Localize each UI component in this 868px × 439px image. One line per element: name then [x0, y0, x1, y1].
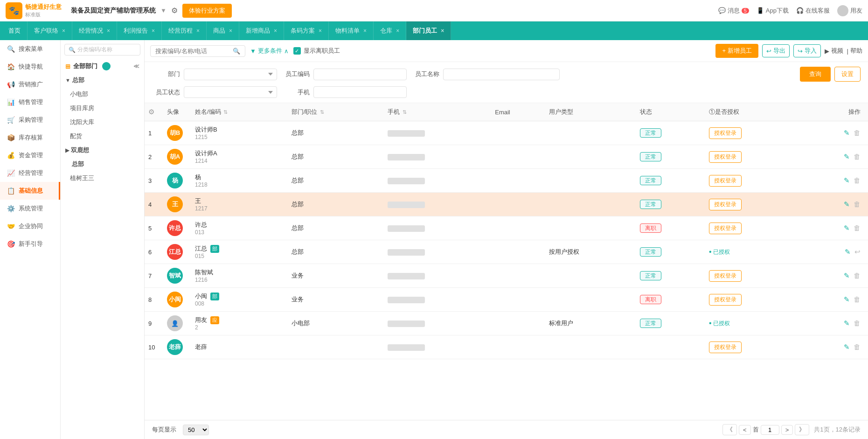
auth-button[interactable]: 授权登录	[709, 127, 742, 139]
edit-button[interactable]: ✎	[844, 319, 850, 327]
delete-button[interactable]: 🗑	[854, 200, 861, 208]
delete-button[interactable]: 🗑	[854, 224, 861, 232]
close-tab-biz-history[interactable]: ×	[196, 28, 200, 34]
edit-button[interactable]: ✎	[844, 272, 850, 279]
delete-button[interactable]: 🗑	[854, 295, 861, 303]
first-page-btn[interactable]: 《	[722, 424, 737, 435]
per-page-select[interactable]: 50 20 100	[183, 425, 209, 435]
close-tab-employees[interactable]: ×	[441, 28, 444, 34]
tab-profit[interactable]: 利润报告 ×	[117, 21, 162, 40]
delete-button[interactable]: 🗑	[854, 176, 861, 184]
sidebar-item-search[interactable]: 🔍 搜索菜单	[0, 40, 60, 58]
tab-barcode[interactable]: 条码方案 ×	[284, 21, 329, 40]
tab-biz-history[interactable]: 经营历程 ×	[162, 21, 207, 40]
close-tab-goods[interactable]: ×	[229, 28, 232, 34]
settings-button[interactable]: 设置	[834, 67, 861, 82]
col-phone[interactable]: 手机 ⇅	[384, 103, 491, 121]
tab-customer[interactable]: 客户联络 ×	[28, 21, 72, 40]
auth-button[interactable]: 授权登录	[709, 175, 742, 187]
sidebar-item-marketing[interactable]: 📢 营销推广	[0, 76, 60, 93]
sidebar-item-purchase[interactable]: 🛒 采购管理	[0, 111, 60, 129]
tab-warehouse[interactable]: 仓库 ×	[374, 21, 406, 40]
message-btn[interactable]: 💬 消息 5	[718, 7, 749, 15]
sidebar-item-mgmt[interactable]: 📈 经营管理	[0, 164, 60, 182]
dept-search-input[interactable]: 🔍 分类编码/名称	[64, 44, 140, 56]
close-tab-operations[interactable]: ×	[107, 28, 110, 34]
close-tab-customer[interactable]: ×	[62, 28, 65, 34]
emp-code-input[interactable]	[313, 69, 407, 80]
auth-button[interactable]: 授权登录	[709, 223, 742, 234]
auth-button[interactable]: 授权登录	[709, 341, 742, 353]
tab-bom[interactable]: 物料清单 ×	[329, 21, 374, 40]
dept-group-shuanglu[interactable]: ▶ 双鹿想	[61, 143, 144, 157]
close-tab-profit[interactable]: ×	[152, 28, 155, 34]
video-button[interactable]: ▶ 视频	[825, 47, 843, 55]
col-dept[interactable]: 部门/职位 ⇅	[288, 103, 384, 121]
sidebar-item-collab[interactable]: 🤝 企业协同	[0, 217, 60, 235]
sort-dept-icon[interactable]: ⇅	[320, 109, 324, 115]
app-download-btn[interactable]: 📱 App下载	[757, 7, 789, 15]
dept-item-project[interactable]: 项目库房	[61, 101, 144, 115]
sidebar-item-guide[interactable]: 🎯 新手引导	[0, 235, 60, 253]
edit-button[interactable]: ✎	[844, 343, 850, 351]
help-button[interactable]: | 帮助	[847, 47, 862, 55]
trial-button[interactable]: 体验行业方案	[182, 4, 232, 18]
delete-button[interactable]: 🗑	[854, 272, 861, 279]
dept-select[interactable]	[184, 69, 277, 80]
emp-name-input[interactable]	[443, 69, 560, 80]
prev-page-btn[interactable]: <	[739, 425, 751, 435]
add-employee-button[interactable]: + 新增员工	[715, 44, 758, 58]
dept-item-small-electric[interactable]: 小电部	[61, 87, 144, 101]
auth-button[interactable]: 授权登录	[709, 151, 742, 163]
user-btn[interactable]: 用友	[837, 5, 862, 16]
close-tab-warehouse[interactable]: ×	[396, 28, 399, 34]
tab-add-goods[interactable]: 新增商品 ×	[239, 21, 284, 40]
tab-operations[interactable]: 经营情况 ×	[72, 21, 117, 40]
search-input[interactable]	[155, 48, 230, 55]
tab-goods[interactable]: 商品 ×	[207, 21, 239, 40]
dept-item-planting[interactable]: 植树王三	[61, 171, 144, 185]
delete-button[interactable]: 🗑	[854, 129, 861, 137]
sidebar-item-finance[interactable]: 💰 资金管理	[0, 146, 60, 164]
sidebar-item-basic[interactable]: 📋 基础信息	[0, 182, 60, 200]
edit-button[interactable]: ✎	[844, 153, 850, 160]
edit-button[interactable]: ✎	[844, 295, 850, 303]
dept-group-general[interactable]: ▼ 总部	[61, 73, 144, 87]
phone-input[interactable]	[313, 86, 407, 98]
edit-button[interactable]: ✎	[844, 129, 850, 137]
auth-button[interactable]: 授权登录	[709, 294, 742, 306]
close-tab-barcode[interactable]: ×	[319, 28, 322, 34]
dept-collapse-btn[interactable]: ≪	[133, 63, 139, 70]
last-page-btn[interactable]: 》	[795, 424, 809, 435]
table-settings-icon[interactable]: ⚙	[148, 108, 154, 116]
dropdown-arrow-icon[interactable]: ▼	[160, 7, 167, 14]
page-input[interactable]	[761, 425, 779, 435]
import-button[interactable]: ↪ 导入	[793, 44, 821, 57]
status-select[interactable]	[184, 86, 277, 98]
sidebar-item-nav[interactable]: 🏠 快捷导航	[0, 58, 60, 76]
sidebar-item-inventory[interactable]: 📦 库存核算	[0, 129, 60, 146]
col-name[interactable]: 姓名/编码 ⇅	[191, 103, 288, 121]
tab-employees[interactable]: 部门员工 ×	[406, 21, 451, 40]
next-page-btn[interactable]: >	[781, 425, 793, 435]
close-tab-add-goods[interactable]: ×	[274, 28, 277, 34]
sidebar-item-sales[interactable]: 📊 销售管理	[0, 93, 60, 111]
search-input-wrap[interactable]: 🔍	[150, 45, 245, 57]
close-tab-bom[interactable]: ×	[363, 28, 367, 34]
edit-button[interactable]: ✎	[844, 176, 850, 184]
sort-name-icon[interactable]: ⇅	[223, 109, 228, 115]
edit-button[interactable]: ✎	[845, 248, 851, 256]
dept-all-label[interactable]: ⊞ 全部部门 ≪	[61, 59, 144, 73]
dept-item-shenyang[interactable]: 沈阳大库	[61, 115, 144, 129]
export-button[interactable]: ↩ 导出	[762, 44, 790, 57]
auth-button[interactable]: 授权登录	[709, 199, 742, 210]
delete-button[interactable]: 🗑	[854, 153, 861, 160]
delete-button[interactable]: 🗑	[854, 343, 861, 351]
edit-button[interactable]: ✎	[844, 224, 850, 232]
dept-group-general2[interactable]: 总部	[61, 157, 144, 171]
delete-button[interactable]: 🗑	[854, 319, 861, 327]
delete-button[interactable]: ↩	[854, 248, 861, 256]
dept-item-distribution[interactable]: 配货	[61, 129, 144, 143]
more-conditions-btn[interactable]: ▼ 更多条件 ∧	[250, 47, 289, 55]
show-inactive-checkbox[interactable]: ✓ 显示离职员工	[293, 47, 340, 55]
